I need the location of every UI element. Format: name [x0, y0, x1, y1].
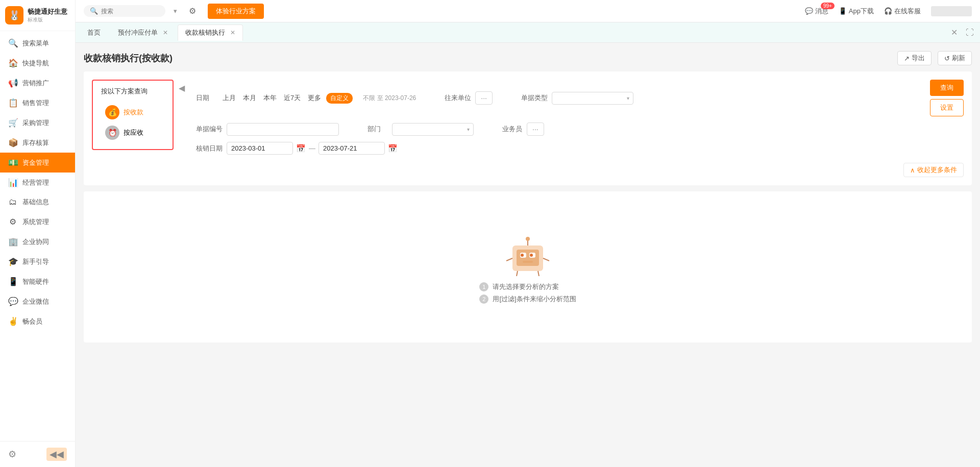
empty-state: 1 请先选择要分析的方案 2 用[过滤]条件来缩小分析范围 — [92, 200, 964, 334]
guide-icon: 🎓 — [8, 257, 17, 266]
this-year-btn[interactable]: 本年 — [261, 92, 279, 104]
sidebar-item-enterprise[interactable]: 🏢 企业协同 — [0, 232, 75, 252]
export-icon: ↗ — [904, 55, 910, 62]
sidebar-item-marketing[interactable]: 📢 营销推广 — [0, 73, 75, 93]
more-date-btn[interactable]: 更多 — [306, 92, 323, 104]
verify-date-label: 核销日期 — [196, 144, 223, 153]
sidebar-item-inventory[interactable]: 📦 库存核算 — [0, 133, 75, 153]
verify-date-start-input[interactable] — [227, 142, 293, 155]
filter-left-title: 按以下方案查询 — [101, 87, 164, 96]
sidebar-item-purchase[interactable]: 🛒 采购管理 — [0, 113, 75, 133]
date-quick-buttons: 上月 本月 本年 近7天 更多 自定义 — [220, 92, 353, 104]
chevron-down-icon[interactable]: ▾ — [174, 7, 177, 15]
last-month-btn[interactable]: 上月 — [220, 92, 238, 104]
sidebar-item-wechat[interactable]: 💬 企业微信 — [0, 291, 75, 311]
collapse-scheme-panel-button[interactable]: ◀ — [176, 82, 188, 94]
filter-group-date: 日期 上月 本月 本年 近7天 更多 自定义 — [196, 92, 353, 104]
verify-date-end-calendar-icon[interactable]: 📅 — [388, 144, 398, 153]
sidebar-item-system[interactable]: ⚙ 系统管理 — [0, 212, 75, 232]
tip-num-2: 2 — [479, 294, 488, 304]
industry-solution-button[interactable]: 体验行业方案 — [208, 4, 264, 19]
this-month-btn[interactable]: 本月 — [241, 92, 258, 104]
filter-row-2: 单据编号 部门 ▾ 业务员 ··· — [196, 122, 964, 136]
svg-line-11 — [517, 271, 518, 276]
prepay-tab-label: 预付冲应付单 — [118, 28, 158, 37]
counterparty-select-button[interactable]: ··· — [475, 91, 493, 105]
box-icon: 📦 — [8, 138, 17, 148]
tab-receipt[interactable]: 收款核销执行 ✕ — [178, 24, 243, 41]
topbar-gear-button[interactable]: ⚙ — [185, 4, 200, 18]
sidebar-item-basic[interactable]: 🗂 基础信息 — [0, 192, 75, 212]
wechat-icon: 💬 — [8, 297, 17, 306]
collapse-more-button[interactable]: ∧ 收起更多条件 — [903, 163, 964, 177]
page-content: 收款核销执行(按收款) ↗ 导出 ↺ 刷新 按以下方案查询 💰 — [76, 43, 980, 467]
bill-type-select-wrapper: ▾ — [552, 92, 633, 105]
folder-icon: 🗂 — [8, 198, 17, 207]
receipt-scheme-icon: 💰 — [105, 105, 119, 119]
refresh-button[interactable]: ↺ 刷新 — [938, 51, 972, 65]
sidebar-item-hardware[interactable]: 📱 智能硬件 — [0, 272, 75, 291]
app-download-button[interactable]: 📱 App下载 — [839, 7, 874, 16]
last-7-days-btn[interactable]: 近7天 — [282, 92, 303, 104]
filter-group-bill-no: 单据编号 — [196, 123, 339, 136]
sidebar-item-capital[interactable]: 💵 资金管理 — [0, 153, 75, 173]
svg-point-8 — [526, 237, 530, 241]
svg-line-10 — [543, 258, 549, 261]
export-button[interactable]: ↗ 导出 — [897, 51, 932, 65]
dept-select-wrapper: ▾ — [392, 123, 474, 136]
settings-button[interactable]: 设置 — [930, 99, 964, 116]
filter-group-counterparty: 往来单位 ··· — [445, 91, 493, 105]
receipt-tab-label: 收款核销执行 — [185, 28, 225, 37]
message-button[interactable]: 💬 消息 99+ — [805, 7, 828, 16]
page-title: 收款核销执行(按收款) — [84, 52, 173, 64]
page-header: 收款核销执行(按收款) ↗ 导出 ↺ 刷新 — [84, 51, 972, 65]
salesperson-select-button[interactable]: ··· — [527, 122, 544, 136]
filter-option-by-receipt[interactable]: 💰 按收款 — [101, 102, 164, 122]
member-icon: ✌ — [8, 316, 17, 326]
salesperson-label: 业务员 — [502, 125, 523, 134]
close-all-tabs-icon[interactable]: ✕ — [949, 26, 960, 39]
topbar-search-input[interactable] — [101, 8, 152, 15]
svg-rect-6 — [523, 261, 533, 263]
tip-num-1: 1 — [479, 282, 488, 291]
page-actions: ↗ 导出 ↺ 刷新 — [897, 51, 972, 65]
filter-group-bill-type: 单据类型 ▾ — [521, 92, 633, 105]
tab-home[interactable]: 首页 — [80, 24, 108, 41]
cart-icon: 🛒 — [8, 118, 17, 128]
headset-icon: 🎧 — [884, 7, 892, 15]
custom-date-badge[interactable]: 自定义 — [326, 93, 353, 104]
filter-form: 日期 上月 本月 本年 近7天 更多 自定义 不限 至 2023-07-26 — [196, 80, 964, 177]
sidebar-item-shortcut[interactable]: 🏠 快捷导航 — [0, 53, 75, 73]
receipt-tab-close[interactable]: ✕ — [230, 29, 235, 36]
collapse-sidebar-btn[interactable]: ◀◀ — [46, 448, 67, 461]
sidebar-item-member[interactable]: ✌ 畅会员 — [0, 311, 75, 331]
settings-icon[interactable]: ⚙ — [8, 449, 16, 460]
svg-point-5 — [530, 254, 533, 257]
customer-service-button[interactable]: 🎧 在线客服 — [884, 7, 921, 16]
money-icon: 💵 — [8, 158, 17, 167]
sidebar-item-sales[interactable]: 📋 销售管理 — [0, 93, 75, 113]
bill-no-input[interactable] — [227, 123, 339, 136]
sidebar-item-guide[interactable]: 🎓 新手引导 — [0, 252, 75, 272]
sidebar-item-operation[interactable]: 📊 经营管理 — [0, 173, 75, 192]
chart-icon: 📊 — [8, 178, 17, 187]
collapse-more-icon: ∧ — [910, 166, 915, 174]
dept-select[interactable] — [392, 123, 474, 136]
user-info[interactable] — [931, 6, 972, 16]
query-button[interactable]: 查询 — [930, 80, 964, 96]
prepay-tab-close[interactable]: ✕ — [163, 29, 168, 36]
verify-date-start-calendar-icon[interactable]: 📅 — [296, 144, 306, 153]
filter-option-by-receivable[interactable]: ⏰ 按应收 — [101, 122, 164, 143]
topbar-search-box[interactable]: 🔍 — [84, 5, 165, 17]
sidebar-item-search[interactable]: 🔍 搜索菜单 — [0, 33, 75, 53]
verify-date-end-input[interactable] — [318, 142, 385, 155]
expand-tabs-icon[interactable]: ⛶ — [964, 26, 976, 39]
svg-line-12 — [538, 271, 539, 276]
message-icon: 💬 — [805, 7, 813, 15]
bill-type-select[interactable] — [552, 92, 633, 105]
tab-prepay[interactable]: 预付冲应付单 ✕ — [110, 24, 176, 41]
filter-row-3: 核销日期 📅 — 📅 — [196, 142, 964, 155]
content-card: 1 请先选择要分析的方案 2 用[过滤]条件来缩小分析范围 — [84, 191, 972, 342]
home-tab-label: 首页 — [87, 28, 101, 37]
bill-no-label: 单据编号 — [196, 125, 223, 134]
